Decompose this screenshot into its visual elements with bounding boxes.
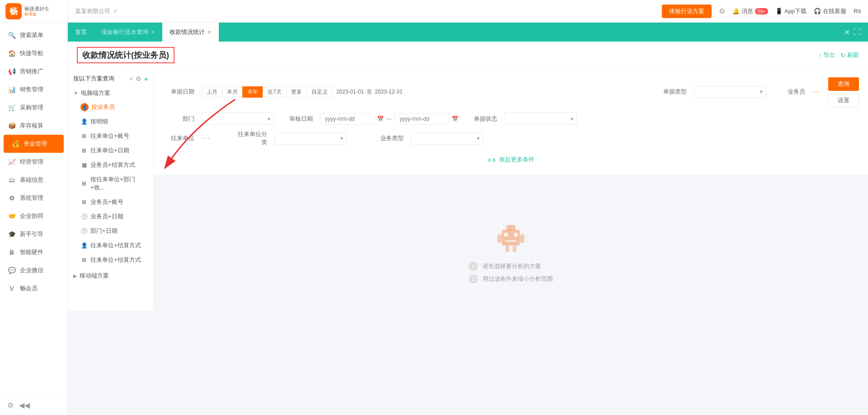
svg-rect-1 — [502, 230, 520, 245]
export-icon: ↑ — [819, 52, 822, 59]
trial-button[interactable]: 体验行业方案 — [662, 5, 712, 18]
date-tab-last-month[interactable]: 上月 — [202, 86, 222, 98]
chevron-down-icon: ▼ — [73, 90, 78, 96]
notification-btn[interactable]: 🔔 消息 99+ — [732, 7, 768, 15]
sidebar-item-finance[interactable]: 💰 资金管理 — [4, 135, 64, 153]
tab-close-all-icon[interactable]: ✕ — [844, 28, 850, 37]
scheme-item-salesman-date[interactable]: 🕐 业务员+日期 — [68, 209, 153, 224]
empty-state: 1 请先选择要分析的方案 2 用过滤条件来缩小分析范围 — [469, 218, 553, 302]
sidebar-item-vip[interactable]: V 畅会员 — [0, 279, 67, 297]
list-icon: 👤 — [80, 118, 88, 125]
sidebar-item-hardware[interactable]: 🖥 智能硬件 — [0, 243, 67, 261]
sidebar-item-enterprise[interactable]: 🤝 企业协同 — [0, 207, 67, 225]
query-button[interactable]: 查询 — [828, 77, 859, 91]
svg-rect-4 — [504, 233, 508, 236]
sidebar-item-basic[interactable]: 🗂 基础信息 — [0, 171, 67, 189]
scheme-item-by-detail[interactable]: 👤 按明细 — [68, 114, 153, 129]
sidebar-item-guide[interactable]: 🎓 新手引导 — [0, 225, 67, 243]
date-tab-this-year[interactable]: 本年 — [242, 86, 263, 98]
dept-select[interactable] — [202, 113, 274, 125]
page-content: 收款情况统计(按业务员) ↑ 导出 ↻ 刷新 按以下方 — [68, 42, 868, 415]
sidebar-footer: ⚙ ◀◀ — [0, 395, 67, 415]
review-date-to[interactable] — [395, 113, 449, 125]
settings-button[interactable]: 设置 — [828, 94, 859, 107]
partner-category-label: 往来单位分类 — [236, 130, 267, 146]
basic-icon: 🗂 — [7, 175, 16, 184]
settings-footer-icon[interactable]: ⚙ — [7, 401, 14, 410]
refresh-button[interactable]: ↻ 刷新 — [840, 51, 859, 59]
date-tab-custom[interactable]: 自定义 — [307, 86, 333, 98]
grid2-icon: ⊞ — [80, 147, 88, 154]
scheme-item-partner-dept[interactable]: ⊞ 按往来单位+部门+收... — [68, 172, 153, 195]
scheme-settings-icon[interactable]: ⚙ — [136, 75, 142, 82]
review-date-from[interactable] — [320, 113, 374, 125]
scheme-group-pc-header[interactable]: ▼ 电脑端方案 — [68, 86, 153, 100]
home-icon: 🏠 — [7, 49, 16, 58]
empty-step-1: 1 请先选择要分析的方案 — [469, 262, 553, 271]
bar-icon: ▦ — [80, 161, 88, 169]
sidebar-nav: 🔍 搜索菜单 🏠 快捷导航 📢 营销推广 📊 销售管理 🛒 采购管理 📦 — [0, 23, 67, 395]
date-tab-7days[interactable]: 近7天 — [263, 86, 286, 98]
doc-type-select[interactable] — [694, 86, 766, 98]
doc-status-select[interactable] — [505, 113, 577, 125]
scheme-collapse-icon[interactable]: « — [144, 75, 148, 82]
sidebar-item-sales[interactable]: 📊 销售管理 — [0, 80, 67, 99]
settings-icon[interactable]: ⚙ — [719, 7, 725, 15]
tab-receipts-close[interactable]: ✕ — [208, 29, 212, 35]
calendar-from-icon[interactable]: 📅 — [377, 116, 384, 122]
refresh-icon: ↻ — [840, 52, 845, 59]
scheme-item-partner-date[interactable]: ⊞ 往来单位+日期 — [68, 143, 153, 158]
sidebar-item-quicknav[interactable]: 🏠 快捷导航 — [0, 44, 67, 62]
scheme-item-by-salesman[interactable]: 👤 按业务员 — [68, 100, 153, 114]
sidebar-item-inventory[interactable]: 📦 库存核算 — [0, 117, 67, 135]
sidebar-item-purchase[interactable]: 🛒 采购管理 — [0, 99, 67, 117]
app-download-btn[interactable]: 📱 App下载 — [775, 7, 807, 15]
tab-home[interactable]: 首页 — [68, 23, 94, 42]
partner-dots[interactable]: ··· — [202, 134, 210, 142]
scheme-item-partner-settle1[interactable]: 👤 往来单位+结算方式 — [68, 238, 153, 253]
dept-label: 部门 — [163, 115, 194, 123]
page-header-actions: ↑ 导出 ↻ 刷新 — [819, 51, 859, 59]
scheme-header: 按以下方案查询 + ⚙ « — [68, 75, 153, 86]
page-title: 收款情况统计(按业务员) — [77, 47, 175, 63]
svg-rect-6 — [505, 240, 516, 242]
user-avatar[interactable]: Rit — [854, 8, 861, 14]
scheme-item-partner-account[interactable]: ⊞ 往来单位+账号 — [68, 129, 153, 143]
tab-fullscreen-icon[interactable]: ⛶ — [854, 28, 861, 36]
salesman-dots[interactable]: ··· — [812, 88, 821, 96]
scheme-item-partner-settle2[interactable]: ⊞ 往来单位+结算方式 — [68, 253, 153, 267]
empty-robot-icon — [493, 218, 529, 255]
date-tab-this-month[interactable]: 本月 — [222, 86, 242, 98]
grid3-icon: ⊞ — [80, 180, 88, 187]
collapse-sidebar-icon[interactable]: ◀◀ — [19, 401, 30, 410]
tab-bank[interactable]: 现金银行流水查询 ✕ — [94, 23, 162, 42]
sidebar-item-system[interactable]: ⚙ 系统管理 — [0, 189, 67, 207]
filter-row-date: 单据日期 上月 本月 本年 近7天 更多 自定义 — [163, 76, 859, 107]
export-button[interactable]: ↑ 导出 — [819, 51, 835, 59]
collapse-filters-btn[interactable]: ∧∧ 收起更多条件 — [163, 152, 859, 167]
grid4-icon: ⊞ — [80, 198, 88, 206]
doc-status-select-wrapper — [505, 113, 577, 125]
scheme-item-salesman-settle[interactable]: ▦ 业务员+结算方式 — [68, 158, 153, 172]
sidebar-item-search[interactable]: 🔍 搜索菜单 — [0, 26, 67, 44]
scheme-item-dept-date[interactable]: 🕐 部门+日期 — [68, 224, 153, 238]
partner-category-select[interactable] — [274, 132, 347, 145]
scheme-item-salesman-account[interactable]: ⊞ 业务员+账号 — [68, 195, 153, 209]
active-dot: 👤 — [80, 103, 89, 111]
query-area: 单据日期 上月 本月 本年 近7天 更多 自定义 — [154, 69, 868, 311]
content-area: 1 请先选择要分析的方案 2 用过滤条件来缩小分析范围 — [154, 175, 868, 311]
date-tab-more[interactable]: 更多 — [286, 86, 307, 98]
calendar-to-icon[interactable]: 📅 — [452, 116, 458, 122]
scheme-add-icon[interactable]: + — [129, 75, 133, 82]
biz-type-select[interactable] — [411, 132, 483, 145]
sidebar-item-wechat[interactable]: 💬 企业微信 — [0, 261, 67, 279]
online-service-btn[interactable]: 🎧 在线客服 — [814, 7, 846, 15]
filter-row-dept: 部门 审核日期 📅 — — [163, 113, 859, 125]
sidebar-item-marketing[interactable]: 📢 营销推广 — [0, 62, 67, 80]
scheme-group-mobile-header[interactable]: ▶ 移动端方案 — [68, 269, 153, 283]
tab-receipts[interactable]: 收款情况统计 ✕ — [162, 23, 219, 42]
review-date-label: 审核日期 — [281, 115, 313, 123]
sidebar-item-operation[interactable]: 📈 经营管理 — [0, 153, 67, 171]
clock2-icon: 🕐 — [80, 227, 88, 235]
tab-bank-close[interactable]: ✕ — [151, 29, 155, 35]
